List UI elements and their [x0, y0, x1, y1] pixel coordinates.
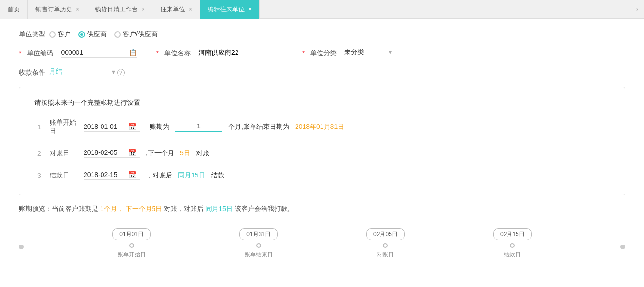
settings-section: 请按照未来的一个完整帐期进行设置 1 账单开始日 📅 账期为 个月,账单结束日期… [19, 87, 625, 195]
unit-code-label: 单位编码 [27, 49, 53, 58]
preview-text: 账期预览：当前客户账期是 1个月， 下一个月5日 对账，对账后 同月15日 该客… [19, 205, 625, 213]
period-label: 账期为 [150, 123, 169, 131]
timeline-pill-2: 02月05日 [366, 228, 405, 240]
timeline-dot-1 [256, 243, 261, 248]
reconcile-suffix-postfix: 对账 [196, 149, 209, 158]
unit-code-required: * [19, 50, 21, 57]
timeline-pill-3: 02月15日 [493, 228, 532, 240]
radio-circle-supplier [78, 31, 85, 38]
timeline-node-2: 02月05日 对账日 [366, 228, 405, 259]
timeline-line-seg-2 [278, 247, 366, 247]
timeline-end-dot [620, 245, 625, 249]
reconcile-suffix-prefix: ,下一个月 [146, 149, 174, 158]
calendar-icon-1[interactable]: 📅 [128, 123, 136, 130]
radio-customer-supplier[interactable]: 客户/供应商 [114, 30, 158, 39]
help-icon[interactable]: ? [117, 69, 125, 76]
end-date-highlight: 2018年01月31日 [295, 123, 344, 131]
calendar-icon-3[interactable]: 📅 [128, 171, 136, 178]
tab-close-edit-partner[interactable]: × [248, 6, 252, 13]
period-suffix: 个月,账单结束日期为 [228, 123, 289, 131]
timeline-pill-1: 01月31日 [239, 228, 278, 240]
tab-cashflow[interactable]: 钱货日清工作台 × [87, 0, 153, 19]
preview-part1: 1个月， [100, 205, 124, 212]
timeline-line-seg-4 [532, 247, 620, 247]
start-date-input[interactable] [84, 123, 128, 130]
timeline-node-1: 01月31日 账单结束日 [239, 228, 278, 259]
payment-terms-arrow-icon: ▾ [112, 68, 115, 76]
radio-supplier[interactable]: 供应商 [78, 30, 107, 39]
section-title: 请按照未来的一个完整帐期进行设置 [34, 99, 610, 107]
payment-suffix-postfix: 结款 [211, 171, 224, 180]
row-number-2: 2 [34, 150, 44, 157]
timeline-line-seg-1 [151, 247, 239, 247]
period-input[interactable] [175, 122, 222, 132]
timeline-label-1: 账单结束日 [245, 251, 273, 259]
payment-suffix-prefix: ，对账后 [146, 171, 172, 180]
tab-close-sales-history[interactable]: × [76, 6, 79, 13]
payment-terms-label: 收款条件 [19, 68, 45, 77]
unit-category-select[interactable]: 未分类 ▾ [344, 48, 429, 58]
start-date-field[interactable]: 📅 [84, 123, 140, 132]
timeline-line-seg-3 [405, 247, 493, 247]
timeline-line-seg-0 [24, 247, 112, 247]
row-label-1: 账单开始日 [50, 118, 78, 135]
reconcile-date-input[interactable] [84, 149, 128, 156]
payment-terms-select[interactable]: 月结 ▾ [49, 68, 115, 77]
tabs-bar: 首页 销售订单历史 × 钱货日清工作台 × 往来单位 × 编辑往来单位 × › [0, 0, 644, 19]
payment-date-field[interactable]: 📅 [84, 171, 140, 180]
radio-label-customer: 客户 [58, 30, 71, 39]
unit-name-label: 单位名称 [164, 49, 191, 58]
timeline-label-3: 结款日 [504, 251, 521, 259]
reconcile-date-field[interactable]: 📅 [84, 149, 140, 158]
preview-end: 该客户会给我打款。 [235, 205, 294, 212]
timeline-node-3: 02月15日 结款日 [493, 228, 532, 259]
unit-category-required: * [302, 50, 305, 57]
preview-middle: 对账，对账后 [164, 205, 203, 212]
preview-label: 账期预览：当前客户账期是 [19, 205, 98, 212]
tab-close-partners[interactable]: × [189, 6, 192, 13]
radio-customer[interactable]: 客户 [49, 30, 71, 39]
timeline: 01月01日 账单开始日 01月31日 账单结束日 02月05日 对账日 02月… [19, 228, 625, 259]
radio-label-customer-supplier: 客户/供应商 [123, 30, 158, 39]
setting-row-1: 1 账单开始日 📅 账期为 个月,账单结束日期为 2018年01月31日 [34, 118, 610, 135]
unit-name-required: * [156, 50, 158, 57]
timeline-pill-0: 01月01日 [112, 228, 151, 240]
copy-icon[interactable]: 📋 [129, 49, 137, 56]
tab-edit-partner[interactable]: 编辑往来单位 × [200, 0, 260, 19]
timeline-dot-2 [383, 243, 388, 248]
preview-part2: 下一个月5日 [126, 205, 162, 212]
radio-label-supplier: 供应商 [87, 30, 107, 39]
timeline-dot-0 [129, 243, 134, 248]
unit-category-value: 未分类 [344, 48, 385, 57]
payment-suffix-highlight: 同月15日 [178, 171, 205, 180]
unit-category-arrow-icon: ▾ [389, 49, 429, 56]
unit-category-label: 单位分类 [310, 49, 337, 58]
row-label-3: 结款日 [50, 171, 78, 180]
timeline-start-dot [19, 245, 24, 249]
payment-terms-value: 月结 [49, 68, 112, 76]
timeline-label-0: 账单开始日 [118, 251, 146, 259]
preview-part3: 同月15日 [205, 205, 233, 212]
unit-type-label: 单位类型 [19, 30, 45, 39]
timeline-label-2: 对账日 [377, 251, 394, 259]
radio-circle-customer-supplier [114, 31, 121, 38]
radio-circle-customer [49, 31, 56, 38]
unit-code-input[interactable] [61, 49, 127, 56]
timeline-node-0: 01月01日 账单开始日 [112, 228, 151, 259]
tabs-arrow[interactable]: › [631, 6, 644, 13]
calendar-icon-2[interactable]: 📅 [128, 149, 136, 156]
tab-home[interactable]: 首页 [0, 0, 28, 19]
row-number-1: 1 [34, 123, 44, 131]
tab-partners[interactable]: 往来单位 × [153, 0, 200, 19]
row-label-2: 对账日 [50, 149, 78, 158]
reconcile-suffix-highlight: 5日 [180, 149, 190, 158]
payment-date-input[interactable] [84, 171, 128, 178]
setting-row-2: 2 对账日 📅 ,下一个月5日 对账 [34, 149, 610, 158]
tab-sales-history[interactable]: 销售订单历史 × [28, 0, 87, 19]
row-number-3: 3 [34, 172, 44, 179]
timeline-dot-3 [510, 243, 515, 248]
unit-code-field[interactable]: 📋 [61, 49, 137, 58]
unit-name-input[interactable] [198, 49, 283, 58]
unit-type-radio-group: 客户 供应商 客户/供应商 [49, 30, 158, 39]
tab-close-cashflow[interactable]: × [142, 6, 145, 13]
